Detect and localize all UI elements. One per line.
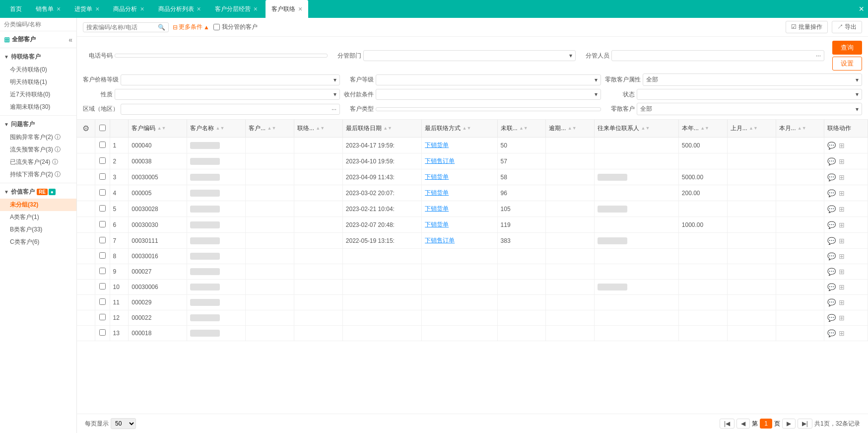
- th-last-month[interactable]: 上月... ▲▼: [727, 120, 776, 138]
- message-icon[interactable]: 💬: [827, 221, 836, 229]
- reset-button[interactable]: 设置: [832, 57, 862, 71]
- prev-page-button[interactable]: ◀: [736, 419, 750, 429]
- tab-home[interactable]: 首页: [4, 0, 28, 18]
- current-page-button[interactable]: 1: [760, 419, 772, 429]
- sidebar-item-class-a[interactable]: A类客户(1): [0, 211, 76, 223]
- row-checkbox[interactable]: [99, 189, 106, 196]
- th-this-month[interactable]: 本月... ▲▼: [776, 120, 824, 138]
- row-checkbox[interactable]: [99, 205, 106, 212]
- th-no-contact[interactable]: 未联... ▲▼: [497, 120, 546, 138]
- message-icon[interactable]: 💬: [827, 189, 836, 197]
- tab-product-analysis[interactable]: 商品分析 ×: [107, 0, 150, 18]
- contact-method-link[interactable]: 下销售订单: [425, 237, 455, 244]
- close-icon[interactable]: ×: [197, 5, 201, 12]
- retail-attr-select[interactable]: 全部▾: [643, 73, 862, 86]
- customer-type-input[interactable]: [376, 107, 601, 111]
- row-checkbox[interactable]: [99, 142, 106, 148]
- sidebar-group-value[interactable]: ▼ 价值客户 RE ●: [0, 185, 76, 199]
- grid-icon[interactable]: ⊞: [839, 268, 845, 276]
- row-checkbox[interactable]: [99, 221, 106, 227]
- row-checkbox[interactable]: [99, 157, 106, 164]
- grid-icon[interactable]: ⊞: [839, 298, 845, 306]
- contact-method-link[interactable]: 下销货单: [425, 189, 449, 196]
- sidebar-item-class-c[interactable]: C类客户(6): [0, 236, 76, 248]
- grid-icon[interactable]: ⊞: [839, 329, 845, 337]
- message-icon[interactable]: 💬: [827, 142, 836, 149]
- per-page-select[interactable]: 50 100 200: [111, 418, 136, 429]
- main-search-input[interactable]: [86, 24, 156, 31]
- sidebar-item-class-b[interactable]: B类客户(33): [0, 223, 76, 236]
- first-page-button[interactable]: |◀: [720, 419, 734, 429]
- price-level-select[interactable]: ▾: [121, 74, 340, 85]
- th-settings[interactable]: ⚙: [77, 120, 95, 138]
- tab-customer-contact[interactable]: 客户联络 ×: [266, 0, 308, 18]
- export-button[interactable]: ↗ 导出: [832, 21, 862, 33]
- message-icon[interactable]: 💬: [827, 329, 836, 337]
- th-type[interactable]: 客户... ▲▼: [246, 120, 294, 138]
- close-icon[interactable]: ×: [298, 5, 302, 12]
- all-customers-header[interactable]: ⊞ 全部客户 «: [0, 31, 76, 46]
- message-icon[interactable]: 💬: [827, 205, 836, 213]
- grid-icon[interactable]: ⊞: [839, 173, 845, 181]
- close-icon[interactable]: ×: [254, 5, 258, 12]
- close-icon[interactable]: ×: [95, 5, 99, 12]
- tab-purchase[interactable]: 进货单 ×: [68, 0, 105, 18]
- row-checkbox[interactable]: [99, 237, 106, 243]
- message-icon[interactable]: 💬: [827, 157, 836, 165]
- th-last-contact-date[interactable]: 最后联络日期 ▲▼: [342, 120, 421, 138]
- th-code[interactable]: 客户编码 ▲▼: [129, 120, 187, 138]
- customer-level-select[interactable]: ▾: [376, 74, 601, 85]
- message-icon[interactable]: 💬: [827, 268, 836, 276]
- message-icon[interactable]: 💬: [827, 298, 836, 306]
- contact-method-link[interactable]: 下销货单: [425, 205, 449, 212]
- nature-select[interactable]: ▾: [115, 89, 340, 100]
- my-customers-checkbox[interactable]: [213, 24, 220, 30]
- tab-customer-manager[interactable]: 客户分层经营 ×: [209, 0, 264, 18]
- sidebar-item-churned[interactable]: 已流失客户(24) ⓘ: [0, 156, 76, 168]
- th-name[interactable]: 客户名称 ▲▼: [187, 120, 246, 138]
- close-icon[interactable]: ×: [57, 5, 61, 12]
- sidebar-search-input[interactable]: [4, 21, 77, 28]
- message-icon[interactable]: 💬: [827, 252, 836, 260]
- sidebar-item-today[interactable]: 今天待联络(0): [0, 64, 76, 76]
- grid-icon[interactable]: ⊞: [839, 283, 845, 291]
- contact-method-link[interactable]: 下销货单: [425, 173, 449, 180]
- region-input[interactable]: ···: [121, 104, 340, 115]
- sidebar-item-tomorrow[interactable]: 明天待联络(1): [0, 76, 76, 88]
- next-page-button[interactable]: ▶: [782, 419, 796, 429]
- contact-method-link[interactable]: 下销货单: [425, 142, 449, 148]
- th-overdue[interactable]: 逾期... ▲▼: [546, 120, 595, 138]
- sidebar-item-churn-warning[interactable]: 流失预警客户(3) ⓘ: [0, 144, 76, 156]
- phone-input[interactable]: [115, 54, 328, 58]
- payment-select[interactable]: ▾: [376, 89, 601, 100]
- row-checkbox[interactable]: [99, 298, 106, 305]
- grid-icon[interactable]: ⊞: [839, 314, 845, 322]
- grid-icon[interactable]: ⊞: [839, 205, 845, 213]
- row-checkbox[interactable]: [99, 268, 106, 274]
- batch-operations-button[interactable]: ☑ 批量操作: [786, 21, 827, 33]
- sidebar-item-overdue[interactable]: 逾期未联络(30): [0, 101, 76, 113]
- window-close-button[interactable]: ×: [859, 4, 864, 14]
- grid-icon[interactable]: ⊞: [839, 252, 845, 260]
- tab-product-analysis-list[interactable]: 商品分析列表 ×: [152, 0, 207, 18]
- message-icon[interactable]: 💬: [827, 283, 836, 291]
- grid-icon[interactable]: ⊞: [839, 142, 845, 149]
- sidebar-group-pending[interactable]: ▼ 待联络客户: [0, 50, 76, 64]
- tab-sales[interactable]: 销售单 ×: [30, 0, 67, 18]
- row-checkbox[interactable]: [99, 283, 106, 289]
- grid-icon[interactable]: ⊞: [839, 221, 845, 229]
- select-all-checkbox[interactable]: [99, 125, 106, 131]
- search-icon[interactable]: 🔍: [158, 24, 165, 31]
- query-button[interactable]: 查询: [832, 41, 862, 55]
- department-select[interactable]: ▾: [363, 50, 576, 61]
- th-contact[interactable]: 联络... ▲▼: [294, 120, 342, 138]
- message-icon[interactable]: 💬: [827, 173, 836, 181]
- more-conditions-button[interactable]: ⊟ 更多条件 ▲: [173, 23, 209, 31]
- row-checkbox[interactable]: [99, 173, 106, 180]
- th-this-year[interactable]: 本年... ▲▼: [678, 120, 727, 138]
- row-checkbox[interactable]: [99, 314, 106, 320]
- sidebar-item-declining[interactable]: 持续下滑客户(2) ⓘ: [0, 168, 76, 181]
- contact-method-link[interactable]: 下销货单: [425, 221, 449, 228]
- sidebar-group-problem[interactable]: ▼ 问题客户: [0, 118, 76, 131]
- contact-method-link[interactable]: 下销售订单: [425, 157, 455, 164]
